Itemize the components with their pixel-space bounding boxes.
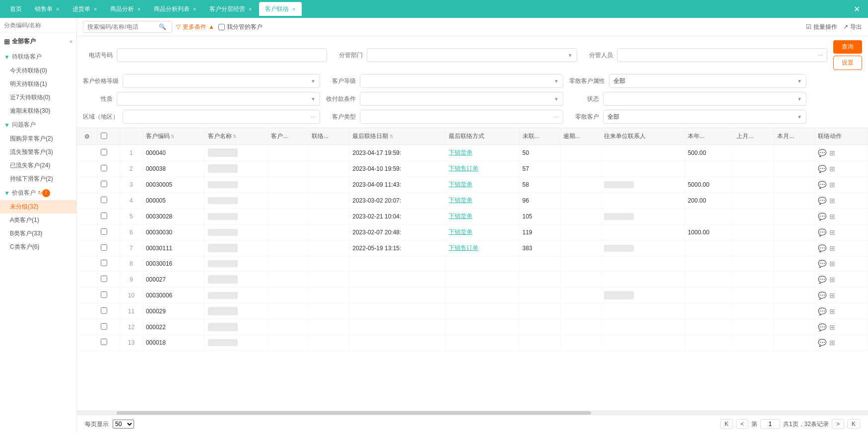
table-container[interactable]: ⚙ 客户编码 客户名称 客户... 联络... 最后联络日期 最后联络方式 未联… [77, 128, 868, 411]
tab-customer-tier-close[interactable]: ✕ [248, 6, 252, 12]
refresh-icon[interactable]: ↻ [38, 190, 42, 196]
chat-icon[interactable]: 💬 [818, 149, 826, 157]
export-btn[interactable]: ↗ 导出 [843, 23, 862, 31]
chat-icon[interactable]: 💬 [818, 276, 826, 284]
grid-action-icon[interactable]: ⊞ [829, 339, 835, 347]
row-checkbox[interactable] [97, 256, 120, 272]
contact-method-link[interactable]: 下销售订单 [449, 244, 478, 251]
row-checkbox[interactable] [97, 288, 120, 303]
filter-input-nature[interactable]: ▼ [117, 92, 320, 106]
global-close-btn[interactable]: ✕ [850, 4, 864, 14]
row-checkbox[interactable] [97, 272, 120, 288]
grid-action-icon[interactable]: ⊞ [829, 260, 835, 268]
th-customer-code[interactable]: 客户编码 [142, 128, 204, 145]
sidebar-section-problem[interactable]: ▼ 问题客户 [0, 118, 76, 132]
th-last-month[interactable]: 上月... [734, 128, 774, 145]
grid-action-icon[interactable]: ⊞ [829, 213, 835, 220]
filter-input-customer-type[interactable]: ··· [360, 110, 563, 124]
row-checkbox[interactable] [97, 193, 120, 209]
th-overdue[interactable]: 逾期... [560, 128, 601, 145]
sidebar-item-churn-warning[interactable]: 流失预警客户(3) [0, 145, 76, 159]
sidebar-item-class-b[interactable]: B类客户(33) [0, 227, 76, 240]
row-check[interactable] [101, 181, 107, 187]
th-this-month[interactable]: 本月... [774, 128, 815, 145]
tab-analysis[interactable]: 商品分析 ✕ [104, 2, 147, 16]
grid-action-icon[interactable]: ⊞ [829, 165, 835, 173]
chat-icon[interactable]: 💬 [818, 213, 826, 220]
contact-method-link[interactable]: 下销售订单 [449, 165, 478, 172]
grid-action-icon[interactable]: ⊞ [829, 228, 835, 236]
chat-icon[interactable]: 💬 [818, 197, 826, 205]
tab-analysis-list[interactable]: 商品分析列表 ✕ [148, 2, 202, 16]
sidebar-item-today[interactable]: 今天待联络(0) [0, 64, 76, 77]
row-checkbox[interactable] [97, 145, 120, 161]
chat-icon[interactable]: 💬 [818, 181, 826, 189]
row-check[interactable] [101, 165, 107, 171]
row-checkbox[interactable] [97, 335, 120, 351]
row-checkbox[interactable] [97, 319, 120, 335]
row-check[interactable] [101, 307, 107, 314]
filter-input-price-level[interactable]: ▼ [123, 74, 320, 88]
sidebar-item-tomorrow[interactable]: 明天待联络(1) [0, 77, 76, 91]
contact-method-link[interactable]: 下销货单 [449, 228, 472, 235]
tab-analysis-close[interactable]: ✕ [137, 6, 141, 12]
th-company-contact[interactable]: 往来单位联系人 [601, 128, 684, 145]
row-check[interactable] [101, 197, 107, 203]
th-checkbox[interactable] [97, 128, 120, 145]
row-checkbox[interactable] [97, 161, 120, 177]
my-customers-check[interactable] [218, 24, 225, 30]
filter-input-sparse-attr[interactable]: 全部▼ [609, 74, 806, 88]
page-number-input[interactable] [760, 419, 780, 429]
row-checkbox[interactable] [97, 303, 120, 319]
sidebar-section-pending[interactable]: ▼ 待联络客户 [0, 50, 76, 64]
chat-icon[interactable]: 💬 [818, 228, 826, 236]
th-settings[interactable]: ⚙ [77, 128, 97, 145]
tab-purchase-close[interactable]: ✕ [93, 6, 97, 12]
filter-input-region[interactable]: ··· [123, 110, 320, 124]
row-check[interactable] [101, 228, 107, 235]
row-check[interactable] [101, 260, 107, 266]
th-not-contacted[interactable]: 未联... [519, 128, 560, 145]
search-button[interactable]: 查询 [833, 40, 862, 54]
sidebar-item-class-a[interactable]: A类客户(1) [0, 214, 76, 227]
chat-icon[interactable]: 💬 [818, 339, 826, 347]
sidebar-item-ungrouped[interactable]: 未分组(32) [0, 200, 76, 214]
contact-method-link[interactable]: 下销货单 [449, 197, 472, 204]
prev-page-btn[interactable]: < [736, 419, 748, 429]
chat-icon[interactable]: 💬 [818, 323, 826, 331]
row-check[interactable] [101, 291, 107, 298]
tab-purchase[interactable]: 进货单 ✕ [67, 2, 103, 16]
row-check[interactable] [101, 276, 107, 282]
last-page-btn[interactable]: K [847, 419, 860, 429]
page-size-select[interactable]: 50 100 [113, 420, 134, 429]
tab-sales-close[interactable]: ✕ [56, 6, 60, 12]
th-last-contact-method[interactable]: 最后联络方式 [446, 128, 519, 145]
row-checkbox[interactable] [97, 224, 120, 240]
reset-button[interactable]: 设置 [833, 56, 862, 70]
th-last-contact-date[interactable]: 最后联络日期 [349, 128, 446, 145]
sidebar-item-abnormal[interactable]: 囤购异常客户(2) [0, 132, 76, 145]
grid-action-icon[interactable]: ⊞ [829, 244, 835, 252]
filter-input-dept[interactable]: ▼ [367, 48, 577, 62]
tab-analysis-list-close[interactable]: ✕ [193, 6, 197, 12]
contact-method-link[interactable]: 下销货单 [449, 213, 472, 219]
row-checkbox[interactable] [97, 240, 120, 256]
tab-home[interactable]: 首页 [4, 2, 28, 16]
tab-sales[interactable]: 销售单 ✕ [29, 2, 66, 16]
horizontal-scrollbar[interactable] [77, 411, 868, 415]
filter-more-btn[interactable]: ▽ 更多条件 ▲ [176, 23, 214, 31]
tab-customer-contact-close[interactable]: ✕ [292, 6, 296, 12]
grid-action-icon[interactable]: ⊞ [829, 307, 835, 315]
sidebar-item-declining[interactable]: 持续下滑客户(2) [0, 172, 76, 186]
row-checkbox[interactable] [97, 177, 120, 193]
filter-search-box[interactable]: 🔍 [83, 21, 172, 33]
sidebar-item-7days[interactable]: 近7天待联络(0) [0, 91, 76, 104]
first-page-btn[interactable]: K [720, 419, 733, 429]
chat-icon[interactable]: 💬 [818, 244, 826, 252]
row-checkbox[interactable] [97, 209, 120, 224]
th-customer-name[interactable]: 客户名称 [204, 128, 267, 145]
th-contact[interactable]: 联络... [309, 128, 349, 145]
chat-icon[interactable]: 💬 [818, 165, 826, 173]
row-check[interactable] [101, 323, 107, 330]
th-customer-type[interactable]: 客户... [268, 128, 309, 145]
